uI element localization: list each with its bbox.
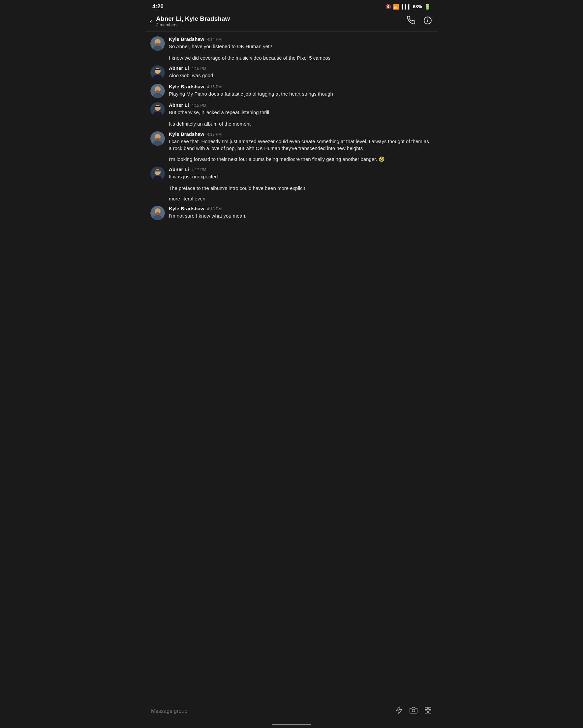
message-row: Kyle Bradshaw 4:17 PM I can see that. Ho…: [146, 129, 437, 154]
header-info: Abner Li, Kyle Bradshaw 3 members: [156, 15, 407, 27]
sender-name: Kyle Bradshaw: [169, 36, 204, 42]
avatar-kyle: [150, 206, 165, 220]
info-button[interactable]: [423, 16, 432, 27]
message-text: more literal even: [169, 194, 433, 203]
avatar-kyle: [150, 84, 165, 98]
message-time: 4:15 PM: [192, 103, 206, 108]
message-continuation: I'm looking forward to their next four a…: [146, 154, 437, 164]
message-text: The preface to the album's intro could h…: [169, 184, 433, 193]
message-continuation: The preface to the album's intro could h…: [146, 183, 437, 193]
member-count: 3 members: [156, 22, 407, 27]
call-button[interactable]: [407, 16, 415, 27]
sender-name: Kyle Bradshaw: [169, 84, 204, 89]
svg-rect-12: [155, 69, 160, 70]
status-time: 4:20: [152, 3, 163, 10]
message-header: Abner Li 4:17 PM: [169, 166, 433, 172]
avatar-abner: [150, 166, 165, 181]
message-continuation: I know we did coverage of the music vide…: [146, 53, 437, 63]
message-header: Abner Li 4:15 PM: [169, 102, 433, 108]
svg-point-37: [155, 212, 160, 215]
status-icons: 🔇 📶 ▌▌▌ 68% 🔋: [385, 4, 431, 10]
battery-icon: 🔋: [424, 4, 431, 10]
message-row: Abner Li 4:17 PM It was just unexpected: [146, 164, 437, 183]
message-time: 4:15 PM: [207, 85, 222, 89]
message-text: Aloo Gobi was good: [169, 72, 433, 79]
message-time: 4:14 PM: [207, 37, 222, 42]
avatar-kyle: [150, 131, 165, 146]
message-row: Abner Li 4:15 PM But otherwise, it lacke…: [146, 100, 437, 119]
message-time: 4:15 PM: [192, 66, 206, 71]
message-content: Abner Li 4:17 PM It was just unexpected: [169, 166, 433, 180]
svg-point-27: [155, 138, 160, 140]
message-time: 4:18 PM: [207, 207, 222, 211]
svg-rect-22: [155, 106, 160, 107]
message-time: 4:17 PM: [207, 132, 222, 137]
mute-icon: 🔇: [385, 4, 391, 9]
message-row: Kyle Bradshaw 4:18 PM I'm not sure I kno…: [146, 204, 437, 222]
sender-name: Abner Li: [169, 102, 189, 108]
message-header: Kyle Bradshaw 4:17 PM: [169, 131, 433, 137]
svg-point-7: [155, 43, 160, 46]
avatar-kyle: [150, 36, 165, 51]
message-content: Kyle Bradshaw 4:17 PM I can see that. Ho…: [169, 131, 433, 152]
message-header: Kyle Bradshaw 4:15 PM: [169, 84, 433, 89]
message-header: Abner Li 4:15 PM: [169, 65, 433, 71]
avatar-abner: [150, 102, 165, 117]
message-text: But otherwise, it lacked a repeat listen…: [169, 109, 433, 116]
message-content: Kyle Bradshaw 4:18 PM I'm not sure I kno…: [169, 206, 433, 219]
messages-list: Kyle Bradshaw 4:14 PM So Abner, have you…: [146, 32, 437, 225]
message-content: Kyle Bradshaw 4:15 PM Playing My Piano d…: [169, 84, 433, 98]
message-row: Abner Li 4:15 PM Aloo Gobi was good: [146, 63, 437, 82]
message-text: It's definitely an album of the moment: [169, 119, 433, 129]
message-header: Kyle Bradshaw 4:14 PM: [169, 36, 433, 42]
message-text: I know we did coverage of the music vide…: [169, 53, 433, 63]
status-bar: 4:20 🔇 📶 ▌▌▌ 68% 🔋: [146, 0, 437, 12]
conversation-title: Abner Li, Kyle Bradshaw: [156, 15, 407, 22]
message-time: 4:17 PM: [192, 167, 206, 172]
message-text: I'm not sure I know what you mean.: [169, 212, 433, 219]
message-text: Playing My Piano does a fantastic job of…: [169, 90, 433, 98]
message-row: Kyle Bradshaw 4:15 PM Playing My Piano d…: [146, 82, 437, 100]
sender-name: Kyle Bradshaw: [169, 131, 204, 137]
back-button[interactable]: ‹: [148, 16, 156, 27]
message-text: So Abner, have you listened to OK Human …: [169, 43, 433, 50]
signal-icon: ▌▌▌: [402, 4, 411, 9]
message-header: Kyle Bradshaw 4:18 PM: [169, 206, 433, 211]
svg-point-17: [155, 90, 160, 93]
message-text: It was just unexpected: [169, 173, 433, 180]
header-actions: [407, 16, 432, 27]
message-row: Kyle Bradshaw 4:14 PM So Abner, have you…: [146, 34, 437, 53]
message-content: Kyle Bradshaw 4:14 PM So Abner, have you…: [169, 36, 433, 50]
message-continuation: It's definitely an album of the moment: [146, 119, 437, 129]
message-content: Abner Li 4:15 PM But otherwise, it lacke…: [169, 102, 433, 116]
sender-name: Abner Li: [169, 65, 189, 71]
header: ‹ Abner Li, Kyle Bradshaw 3 members: [146, 12, 437, 32]
message-content: Abner Li 4:15 PM Aloo Gobi was good: [169, 65, 433, 79]
message-continuation: more literal even: [146, 193, 437, 204]
message-text: I can see that. Honestly I'm just amazed…: [169, 138, 433, 152]
sender-name: Kyle Bradshaw: [169, 206, 204, 211]
svg-rect-32: [155, 171, 160, 172]
message-text: I'm looking forward to their next four a…: [169, 155, 433, 164]
battery-percent: 68%: [413, 4, 422, 9]
sender-name: Abner Li: [169, 166, 189, 172]
avatar-abner: [150, 65, 165, 80]
wifi-icon: 📶: [393, 4, 400, 10]
